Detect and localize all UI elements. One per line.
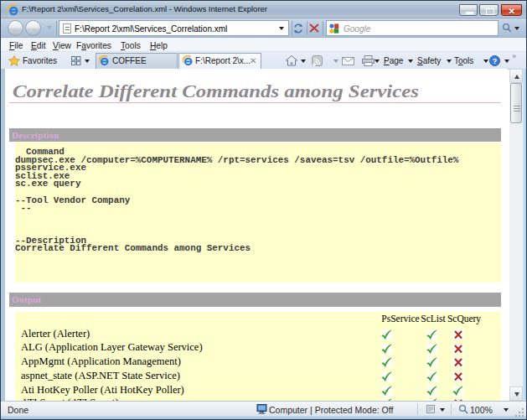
svg-text:?: ? bbox=[493, 57, 498, 65]
